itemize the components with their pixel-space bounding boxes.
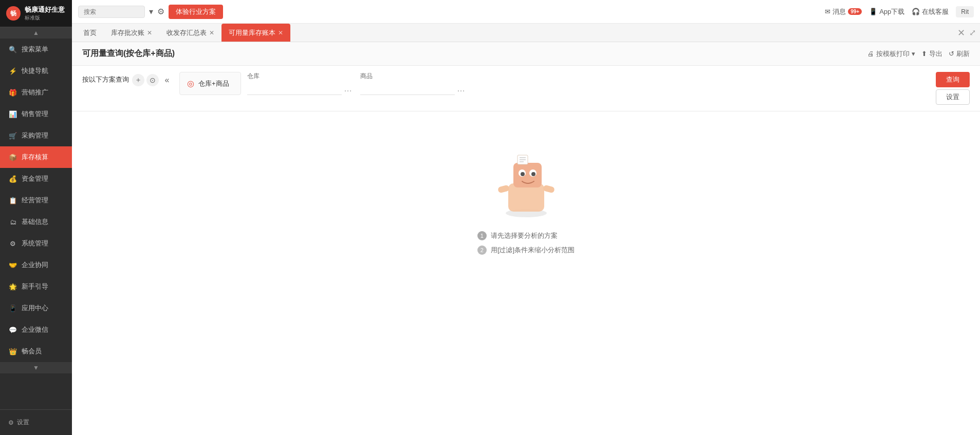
tab-batch[interactable]: 库存批次账 ✕ — [104, 24, 159, 42]
phone-icon: 📱 — [8, 304, 17, 313]
tabs-bar: 首页 库存批次账 ✕ 收发存汇总表 ✕ 可用量库存账本 ✕ ✕ ⤢ — [72, 24, 980, 42]
scheme-item-warehouse-product[interactable]: ◎ 仓库+商品 — [180, 74, 241, 92]
sidebar-item-member[interactable]: 👑 畅会员 — [0, 341, 72, 362]
scheme-settings-btn[interactable]: ⊙ — [146, 74, 159, 86]
topbar-left: ▾ ⚙ 体验行业方案 — [78, 5, 820, 19]
sidebar-item-finance[interactable]: 💰 资金管理 — [0, 168, 72, 190]
msg-badge: 99+ — [848, 8, 862, 15]
sidebar-item-enterprise[interactable]: 🤝 企业协同 — [0, 254, 72, 276]
topbar-msg-btn[interactable]: ✉ 消息 99+ — [825, 7, 862, 16]
sidebar-item-purchase[interactable]: 🛒 采购管理 — [0, 125, 72, 146]
query-btn[interactable]: 查询 — [936, 72, 970, 87]
sidebar-item-basic[interactable]: 🗂 基础信息 — [0, 211, 72, 233]
filter-actions: 查询 设置 — [936, 72, 970, 105]
sidebar-logo: 畅 — [6, 6, 21, 21]
filter-fields: 仓库 … 商品 … — [247, 72, 930, 95]
headset-icon: 🎧 — [912, 8, 920, 15]
export-icon: ⬆ — [921, 50, 927, 58]
topbar-user-btn[interactable]: Rit — [956, 6, 974, 17]
money-icon: 💰 — [8, 174, 17, 183]
warehouse-input[interactable] — [247, 83, 342, 95]
content-area: 可用量查询(按仓库+商品) 🖨 按模板打印 ▾ ⬆ 导出 ↺ 刷新 — [72, 42, 980, 435]
topbar-right: ✉ 消息 99+ 📱 App下载 🎧 在线客服 Rit — [825, 6, 974, 17]
box-icon: 📦 — [8, 153, 17, 162]
svg-point-6 — [531, 172, 535, 176]
shortcut-icon: ⚡ — [8, 66, 17, 75]
empty-illustration — [493, 153, 560, 219]
sidebar-item-shortcut[interactable]: ⚡ 快捷导航 — [0, 60, 72, 82]
sidebar-title: 畅康通好生意 — [25, 5, 65, 14]
topbar-dropdown-btn[interactable]: ▾ — [149, 7, 153, 16]
export-btn[interactable]: ⬆ 导出 — [921, 49, 942, 59]
product-input-wrap: … — [360, 83, 465, 95]
page-title: 可用量查询(按仓库+商品) — [82, 48, 175, 59]
refresh-btn[interactable]: ↺ 刷新 — [949, 49, 970, 59]
topbar-gear-btn[interactable]: ⚙ — [157, 7, 164, 16]
collapse-btn[interactable]: « — [161, 74, 173, 86]
topbar-industry-btn[interactable]: 体验行业方案 — [169, 5, 223, 19]
print-icon: 🖨 — [867, 50, 874, 58]
svg-rect-7 — [497, 184, 509, 193]
phone-icon: 📱 — [869, 8, 877, 15]
tab-batch-close[interactable]: ✕ — [147, 29, 152, 36]
print-btn[interactable]: 🖨 按模板打印 ▾ — [867, 49, 915, 59]
warehouse-label: 仓库 — [247, 72, 352, 81]
sidebar-item-wechat[interactable]: 💬 企业微信 — [0, 319, 72, 341]
tip-num-1: 1 — [477, 231, 487, 240]
sidebar-item-sales[interactable]: 📊 销售管理 — [0, 103, 72, 125]
page-actions: 🖨 按模板打印 ▾ ⬆ 导出 ↺ 刷新 — [867, 49, 970, 59]
sidebar-scroll-down[interactable]: ▼ — [0, 362, 72, 373]
empty-tips: 1 请先选择要分析的方案 2 用[过滤]条件来缩小分析范围 — [477, 231, 575, 255]
query-scheme-panel: ◎ 仓库+商品 — [179, 72, 241, 95]
settings-btn[interactable]: 设置 — [936, 89, 970, 105]
empty-icon — [493, 153, 560, 221]
product-more-btn[interactable]: … — [457, 84, 465, 93]
print-dropdown-icon: ▾ — [912, 50, 915, 58]
empty-state: 1 请先选择要分析的方案 2 用[过滤]条件来缩小分析范围 — [72, 111, 980, 296]
query-bar: 按以下方案查询 ＋ ⊙ « ◎ 仓库+商品 仓库 — [72, 66, 980, 111]
chat-icon: 💬 — [8, 325, 17, 334]
sidebar-scroll-up[interactable]: ▲ — [0, 27, 72, 39]
sidebar-settings-btn[interactable]: ⚙ 设置 — [4, 414, 68, 431]
sidebar-item-search[interactable]: 🔍 搜索菜单 — [0, 39, 72, 60]
sidebar-item-operation[interactable]: 📋 经营管理 — [0, 190, 72, 211]
topbar-search-input[interactable] — [78, 6, 145, 18]
tab-summary-close[interactable]: ✕ — [209, 29, 214, 36]
tab-summary[interactable]: 收发存汇总表 ✕ — [159, 24, 221, 42]
sidebar-header: 畅 畅康通好生意 标准版 — [0, 0, 72, 27]
topbar-service-btn[interactable]: 🎧 在线客服 — [912, 7, 949, 16]
tab-home[interactable]: 首页 — [76, 24, 104, 42]
sidebar-item-inventory[interactable]: 📦 库存核算 — [0, 146, 72, 168]
empty-tip-1: 1 请先选择要分析的方案 — [477, 231, 575, 240]
tabs-expand-btn[interactable]: ⤢ — [969, 27, 976, 39]
sidebar-item-marketing[interactable]: 🎁 营销推广 — [0, 82, 72, 103]
cart-icon: 🛒 — [8, 131, 17, 140]
search-icon: 🔍 — [8, 45, 17, 54]
warehouse-more-btn[interactable]: … — [344, 84, 352, 93]
sidebar-badge: 标准版 — [25, 14, 65, 22]
sidebar-title-wrap: 畅康通好生意 标准版 — [25, 5, 65, 22]
tab-available-close[interactable]: ✕ — [278, 29, 283, 36]
tabs-close-all-btn[interactable]: ✕ — [957, 27, 965, 39]
tab-available[interactable]: 可用量库存账本 ✕ — [221, 24, 290, 42]
filter-warehouse: 仓库 … — [247, 72, 352, 95]
topbar-app-btn[interactable]: 📱 App下载 — [869, 7, 904, 16]
sidebar-item-newguide[interactable]: 🌟 新手引导 — [0, 276, 72, 297]
svg-rect-1 — [508, 183, 544, 212]
chart-icon: 📊 — [8, 109, 17, 119]
clipboard-icon: 📋 — [8, 196, 17, 205]
tip-num-2: 2 — [477, 245, 487, 255]
sidebar: 畅 畅康通好生意 标准版 ▲ 🔍 搜索菜单 ⚡ 快捷导航 🎁 营销推广 📊 销售… — [0, 0, 72, 435]
filter-product: 商品 … — [360, 72, 465, 95]
svg-rect-8 — [542, 184, 554, 193]
warehouse-input-wrap: … — [247, 83, 352, 95]
main-area: ▾ ⚙ 体验行业方案 ✉ 消息 99+ 📱 App下载 🎧 在线客服 Rit 首… — [72, 0, 980, 435]
refresh-icon: ↺ — [949, 50, 954, 58]
add-scheme-btn[interactable]: ＋ — [132, 74, 144, 86]
query-label: 按以下方案查询 — [82, 72, 129, 84]
crown-icon: 👑 — [8, 347, 17, 356]
settings-icon: ⚙ — [8, 419, 14, 426]
sidebar-item-system[interactable]: ⚙ 系统管理 — [0, 233, 72, 254]
sidebar-item-appcenter[interactable]: 📱 应用中心 — [0, 297, 72, 319]
product-input[interactable] — [360, 83, 455, 95]
